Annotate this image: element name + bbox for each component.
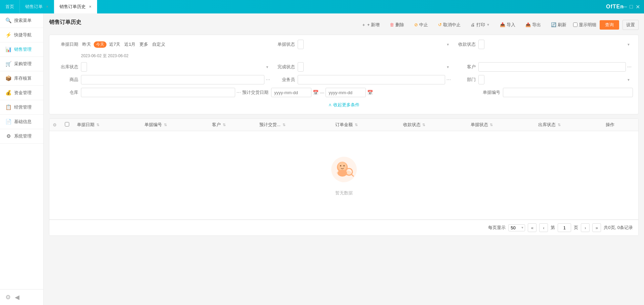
customer-more-icon[interactable]: ··· — [626, 64, 633, 70]
prev-page-btn[interactable]: ‹ — [539, 223, 548, 232]
close-icon[interactable]: ✕ — [636, 4, 640, 10]
last-month-btn[interactable]: 近1月 — [123, 41, 137, 48]
quick-nav-icon: ⚡ — [5, 32, 11, 38]
salesperson-label: 业务员 — [271, 77, 295, 83]
calendar-start-icon[interactable]: 📅 — [313, 90, 318, 95]
stop-button[interactable]: ⊘ 中止 — [411, 20, 431, 30]
empty-text: 暂无数据 — [59, 190, 628, 196]
completion-status-select[interactable] — [298, 62, 304, 72]
col-outbound-status-label: 出库状态 — [538, 122, 556, 127]
table-col-expected-delivery[interactable]: 预计交货... ⇅ — [256, 119, 332, 131]
display-detail-checkbox[interactable] — [573, 23, 577, 27]
completion-status-label: 完成状态 — [271, 64, 295, 70]
expected-delivery-end[interactable] — [326, 88, 366, 97]
salesperson-input[interactable] — [298, 75, 445, 84]
sidebar-item-search-menu[interactable]: 🔍 搜索菜单 — [0, 13, 43, 28]
tab-sales-order-history-close[interactable]: × — [89, 4, 91, 9]
expected-delivery-date-range: 📅 — 📅 — [271, 88, 477, 97]
total-label: 共0页, 0条记录 — [604, 225, 633, 231]
collapse-bar[interactable]: ∧ 收起更多条件 — [55, 101, 633, 109]
today-badge[interactable]: 今天 — [94, 41, 106, 48]
settings-button[interactable]: 设置 — [622, 20, 639, 30]
page-size-select[interactable]: 50 100 200 — [508, 224, 525, 231]
svg-point-5 — [343, 165, 345, 166]
sidebar-item-quick-nav[interactable]: ⚡ 快捷导航 — [0, 28, 43, 42]
first-page-btn[interactable]: « — [528, 223, 536, 232]
filter-warehouse: 仓库 ··· — [55, 88, 242, 97]
export-button[interactable]: 📤 导出 — [522, 20, 544, 30]
print-button[interactable]: 🖨 打印 ▼ — [467, 20, 493, 30]
sidebar-item-capital-mgmt[interactable]: 💰 资金管理 — [0, 86, 43, 100]
warehouse-input[interactable] — [81, 88, 235, 97]
tab-sales-order-history[interactable]: 销售订单历史 × — [54, 0, 97, 13]
sidebar-item-basic-label: 基础信息 — [14, 119, 32, 125]
import-button[interactable]: 📥 导入 — [497, 20, 519, 30]
yesterday-btn[interactable]: 昨天 — [81, 41, 92, 48]
table-col-customer[interactable]: 客户 ⇅ — [209, 119, 256, 131]
tab-home[interactable]: 首页 — [0, 0, 20, 13]
tab-sales-order[interactable]: 销售订单 × — [20, 0, 54, 13]
sidebar-item-purchase-mgmt[interactable]: 🛒 采购管理 — [0, 57, 43, 71]
doc-status-label: 单据状态 — [271, 41, 295, 47]
doc-number-input[interactable] — [503, 88, 633, 97]
refresh-button[interactable]: 🔄 刷新 — [548, 20, 570, 30]
sidebar-settings-icon[interactable]: ⚙ — [5, 294, 11, 301]
expected-delivery-start[interactable] — [271, 88, 311, 97]
sidebar-item-purchase-label: 采购管理 — [14, 61, 32, 67]
calendar-end-icon[interactable]: 📅 — [367, 90, 373, 95]
sort-doc-status-icon: ⇅ — [490, 123, 493, 127]
stop-icon: ⊘ — [414, 22, 418, 27]
col-payment-status-label: 收款状态 — [403, 122, 421, 127]
product-more-icon[interactable]: ··· — [264, 77, 271, 83]
tab-sales-order-close[interactable]: × — [46, 4, 48, 9]
col-operations-label: 操作 — [606, 122, 614, 127]
custom-btn[interactable]: 自定义 — [151, 41, 167, 48]
department-select[interactable] — [478, 75, 484, 84]
delete-button[interactable]: 🗑 删除 — [386, 20, 407, 30]
doc-status-select[interactable] — [298, 40, 304, 49]
table-col-outbound-status[interactable]: 出库状态 ⇅ — [535, 119, 602, 131]
table-col-payment-status[interactable]: 收款状态 ⇅ — [400, 119, 467, 131]
col-expected-delivery-label: 预计交货... — [259, 122, 281, 127]
current-page-input[interactable] — [558, 223, 571, 232]
sidebar-item-operations-mgmt[interactable]: 📋 经营管理 — [0, 100, 43, 115]
cancel-stop-button[interactable]: ↺ 取消中止 — [435, 20, 464, 30]
query-button[interactable]: 查询 — [600, 20, 619, 30]
operations-mgmt-icon: 📋 — [5, 104, 11, 110]
toolbar: ＋ + 新增 🗑 删除 ⊘ 中止 ↺ 取消中止 🖨 打印 — [358, 20, 639, 30]
filter-salesperson: 业务员 ··· — [271, 75, 452, 84]
new-icon: ＋ — [361, 22, 366, 28]
warehouse-more-icon[interactable]: ··· — [235, 89, 242, 96]
sidebar-item-search-label: 搜索菜单 — [14, 17, 32, 24]
sidebar-item-sales-mgmt[interactable]: 📊 销售管理 — [0, 42, 43, 57]
filter-row-1: 单据日期 昨天 今天 近7天 近1月 更多 自定义 单据状态 — [55, 40, 633, 49]
select-all-checkbox[interactable] — [65, 122, 69, 126]
more-btn[interactable]: 更多 — [138, 41, 149, 48]
next-page-btn[interactable]: › — [581, 223, 590, 232]
table-col-checkbox — [61, 119, 74, 131]
data-table-wrap: ⚙ 单据日期 ⇅ 单据编号 ⇅ — [49, 118, 639, 236]
sidebar-item-inventory-calc[interactable]: 📦 库存核算 — [0, 71, 43, 86]
customer-input[interactable] — [478, 62, 626, 72]
table-col-doc-number[interactable]: 单据编号 ⇅ — [141, 119, 209, 131]
last7-btn[interactable]: 近7天 — [108, 41, 122, 48]
filter-customer: 客户 ··· — [452, 62, 633, 72]
often-logo: OfTEn — [606, 4, 624, 10]
sidebar-collapse-icon[interactable]: ◀ — [15, 294, 19, 301]
last-page-btn[interactable]: » — [592, 223, 601, 232]
table-col-doc-date[interactable]: 单据日期 ⇅ — [74, 119, 141, 131]
table-settings-icon[interactable]: ⚙ — [53, 122, 57, 127]
display-detail-toggle[interactable]: 显示明细 — [573, 22, 596, 28]
table-col-order-amount[interactable]: 订单金额 ⇅ — [332, 119, 399, 131]
product-input[interactable] — [81, 75, 264, 84]
outbound-status-select[interactable] — [81, 62, 87, 72]
tab-sales-order-label: 销售订单 — [25, 4, 43, 10]
maximize-icon[interactable]: □ — [630, 4, 633, 10]
table-col-doc-status[interactable]: 单据状态 ⇅ — [467, 119, 535, 131]
sidebar-item-basic-info[interactable]: 📄 基础信息 — [0, 115, 43, 129]
payment-status-select[interactable] — [478, 40, 484, 49]
salesperson-more-icon[interactable]: ··· — [445, 77, 452, 83]
new-button[interactable]: ＋ + 新增 — [358, 20, 383, 30]
sidebar-item-system-mgmt[interactable]: ⚙ 系统管理 — [0, 129, 43, 144]
print-icon: 🖨 — [471, 22, 475, 27]
